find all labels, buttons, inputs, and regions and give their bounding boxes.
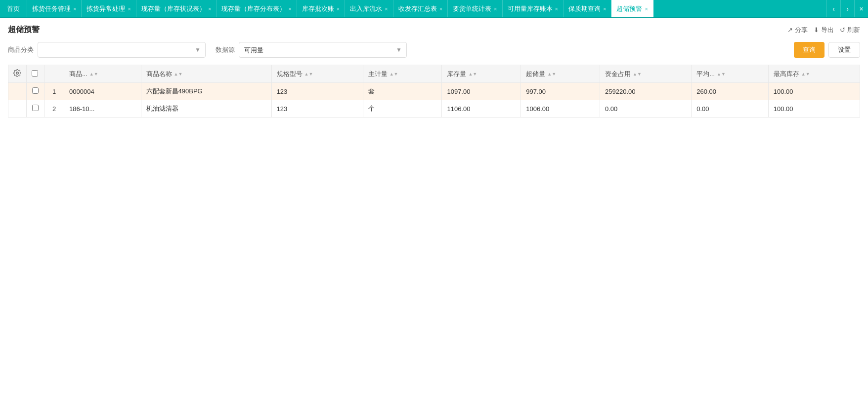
nav-arrow-close[interactable]: × [854,0,868,18]
sort-icon-spec: ▲▼ [304,72,313,77]
datasource-label: 数据源 [216,45,235,54]
nav-label-6: 出入库流水 [350,4,382,13]
row-max-stock-0: 100.00 [768,83,860,100]
nav-close-6[interactable]: × [385,6,388,12]
datasource-select[interactable]: 可用量 [239,42,407,58]
select-all-checkbox[interactable] [32,70,38,77]
nav-close-7[interactable]: × [439,6,442,12]
row-capital-0: 259220.00 [600,83,692,100]
row-product-name-0: 六配套新昌490BPG [141,83,271,100]
nav-item-7[interactable]: 收发存汇总表 × [393,0,448,17]
refresh-button[interactable]: ↺ 刷新 [840,26,860,35]
nav-label-10: 保质期查询 [568,4,601,13]
row-checkbox-1[interactable] [32,105,39,111]
nav-close-8[interactable]: × [494,6,497,12]
nav-arrow-left[interactable]: ‹ [826,0,840,18]
refresh-icon: ↺ [840,26,845,34]
nav-item-8[interactable]: 要货单统计表 × [448,0,502,17]
th-product-code[interactable]: 商品... ▲▼ [64,65,141,83]
th-max-stock[interactable]: 最高库存 ▲▼ [768,65,860,83]
nav-label-1: 拣货任务管理 [32,4,71,13]
row-checkbox-cell-0[interactable] [27,83,44,100]
share-button[interactable]: ↗ 分享 [787,26,808,35]
nav-home[interactable]: 首页 [0,0,27,17]
export-button[interactable]: ⬇ 导出 [814,26,834,35]
share-label: 分享 [795,26,808,35]
th-checkbox[interactable] [27,65,44,83]
nav-item-5[interactable]: 库存批次账 × [297,0,345,17]
th-spec-label: 规格型号 [277,70,303,79]
row-unit-1: 个 [363,100,442,118]
nav-label-7: 收发存汇总表 [398,4,437,13]
datasource-select-wrapper: 可用量 ▼ [239,42,407,58]
th-max-stock-label: 最高库存 [774,70,799,79]
category-select[interactable] [38,42,206,58]
th-capital-label: 资金占用 [605,70,631,79]
nav-item-1[interactable]: 拣货任务管理 × [27,0,82,17]
nav-close-3[interactable]: × [208,6,211,12]
th-over-stock-label: 超储量 [526,70,545,79]
nav-close-4[interactable]: × [288,6,291,12]
th-settings[interactable] [8,65,27,83]
row-over-stock-1: 1006.00 [521,100,600,118]
row-capital-1: 0.00 [600,100,692,118]
row-num-1: 2 [44,100,64,118]
row-checkbox-cell-1[interactable] [27,100,44,118]
nav-item-11[interactable]: 超储预警 × [611,0,653,17]
th-over-stock[interactable]: 超储量 ▲▼ [521,65,600,83]
nav-item-4[interactable]: 现存量（库存分布表） × [217,0,297,17]
row-spec-1: 123 [271,100,363,118]
nav-close-1[interactable]: × [73,6,76,12]
nav-arrows: ‹ › × [826,0,868,18]
query-button[interactable]: 查询 [794,42,825,58]
th-avg-label: 平均... [696,70,715,79]
nav-label-4: 现存量（库存分布表） [221,4,286,13]
nav-close-5[interactable]: × [337,6,340,12]
settings-button[interactable]: 设置 [828,42,860,58]
share-icon: ↗ [787,26,793,34]
nav-item-6[interactable]: 出入库流水 × [345,0,393,17]
th-product-name[interactable]: 商品名称 ▲▼ [141,65,271,83]
th-capital[interactable]: 资金占用 ▲▼ [600,65,692,83]
th-product-code-label: 商品... [69,70,87,79]
nav-item-2[interactable]: 拣货异常处理 × [82,0,136,17]
nav-item-10[interactable]: 保质期查询 × [564,0,611,17]
nav-close-10[interactable]: × [603,6,606,12]
sort-icon-capital: ▲▼ [633,72,642,77]
nav-close-9[interactable]: × [555,6,558,12]
nav-label-2: 拣货异常处理 [87,4,125,13]
th-avg[interactable]: 平均... ▲▼ [692,65,769,83]
row-max-stock-1: 100.00 [768,100,860,118]
category-select-wrapper: ▼ [38,42,206,58]
row-product-code-1: 186-10... [64,100,141,118]
nav-arrow-right[interactable]: › [840,0,854,18]
th-stock-label: 库存量 [447,70,466,79]
row-avg-1: 0.00 [692,100,769,118]
row-over-stock-0: 997.00 [521,83,600,100]
th-spec[interactable]: 规格型号 ▲▼ [271,65,363,83]
th-unit-label: 主计量 [368,70,388,79]
nav-close-11[interactable]: × [645,6,648,12]
data-table: 商品... ▲▼ 商品名称 ▲▼ 规格型号 ▲▼ [8,65,860,118]
sort-icon-avg: ▲▼ [717,72,726,77]
th-stock[interactable]: 库存量 ▲▼ [442,65,521,83]
row-num-0: 1 [44,83,64,100]
datasource-filter-group: 数据源 可用量 ▼ [216,42,407,58]
th-unit[interactable]: 主计量 ▲▼ [363,65,442,83]
row-spec-0: 123 [271,83,363,100]
row-stock-0: 1097.00 [442,83,521,100]
nav-label-5: 库存批次账 [302,4,334,13]
nav-item-3[interactable]: 现存量（库存状况表） × [136,0,217,17]
nav-close-2[interactable]: × [128,6,130,12]
export-label: 导出 [821,26,834,35]
refresh-label: 刷新 [847,26,860,35]
category-label: 商品分类 [8,45,34,54]
filter-btn-group: 查询 设置 [794,42,860,58]
nav-label-3: 现存量（库存状况表） [141,4,206,13]
row-product-code-0: 0000004 [64,83,141,100]
nav-item-9[interactable]: 可用量库存账本 × [503,0,564,17]
table-row: 2 186-10... 机油滤清器 123 个 1106.00 1006.00 … [8,100,860,118]
nav-label-11: 超储预警 [616,4,642,13]
row-checkbox-0[interactable] [32,87,39,94]
sort-icon-product-code: ▲▼ [89,72,98,77]
